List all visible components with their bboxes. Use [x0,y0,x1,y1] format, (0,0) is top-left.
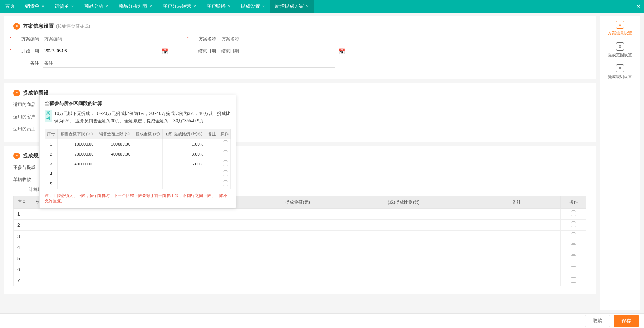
tab[interactable]: 进货单× [49,0,79,13]
close-icon[interactable]: × [150,4,152,9]
close-icon[interactable]: × [306,4,309,9]
tab[interactable]: 商品分析列表× [113,0,157,13]
tab[interactable]: 提成设置× [236,0,270,13]
tab[interactable]: 客户联络× [201,0,236,13]
close-icon[interactable]: × [106,4,108,9]
close-icon[interactable]: × [71,4,74,9]
close-icon[interactable]: × [193,4,196,9]
tabs-bar: 首页销货单×进货单×商品分析×商品分析列表×客户分层经营×客户联络×提成设置×新… [0,0,644,13]
tab[interactable]: 销货单× [20,0,49,13]
tab[interactable]: 商品分析× [79,0,113,13]
close-icon[interactable]: × [262,4,265,9]
tab[interactable]: 新增提成方案× [270,0,314,13]
close-icon[interactable]: × [42,4,44,9]
tab[interactable]: 客户分层经营× [157,0,201,13]
close-icon[interactable]: × [228,4,230,9]
tab[interactable]: 首页 [0,0,20,13]
close-all-tabs[interactable]: × [636,0,640,13]
